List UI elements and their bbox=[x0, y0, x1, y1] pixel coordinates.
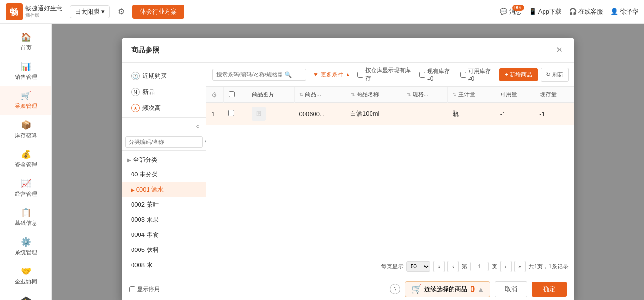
toolbar-actions: + 新增商品 ↻ 刷新 bbox=[499, 68, 569, 82]
app-download-nav[interactable]: 📱 App下载 bbox=[529, 8, 561, 16]
th-unit[interactable]: ⇅ 主计量 bbox=[448, 87, 495, 103]
page-prev-button[interactable]: ‹ bbox=[447, 261, 459, 272]
confirm-button[interactable]: 确定 bbox=[532, 282, 567, 297]
sidebar-item-guide[interactable]: 🎓 新手引导 bbox=[0, 291, 51, 300]
search-icon[interactable]: 🔍 bbox=[284, 71, 292, 78]
sidebar-item-purchase[interactable]: 🛒 采购管理 bbox=[0, 86, 51, 115]
continuous-selection[interactable]: 🛒 连续选择的商品 0 ▲ bbox=[405, 281, 490, 297]
sidebar-item-system[interactable]: ⚙️ 系统管理 bbox=[0, 232, 51, 261]
footer-right: ? 🛒 连续选择的商品 0 ▲ 取消 确定 bbox=[390, 281, 567, 297]
add-product-button[interactable]: + 新增商品 bbox=[499, 68, 538, 81]
help-button[interactable]: ? bbox=[390, 284, 400, 294]
sidebar-item-operation[interactable]: 📈 经营管理 bbox=[0, 174, 51, 203]
sidebar-item-finance[interactable]: 💰 资金管理 bbox=[0, 144, 51, 174]
table-row[interactable]: 1 图 000600... 白酒100ml bbox=[206, 103, 574, 125]
th-spec[interactable]: ⇅ 规格... bbox=[402, 87, 448, 103]
recent-purchase-item[interactable]: 🕐 近期购买 bbox=[125, 68, 202, 83]
checkbox-warehouse-stock[interactable]: 按仓库显示现有库存 bbox=[357, 67, 413, 83]
category-item-0001[interactable]: ▶ 0001 酒水 bbox=[122, 182, 206, 197]
th-settings[interactable]: ⚙ bbox=[206, 87, 223, 103]
high-freq-item[interactable]: ★ 频次高 bbox=[125, 100, 202, 116]
product-search-input[interactable] bbox=[216, 71, 282, 78]
category-search-input[interactable] bbox=[125, 136, 203, 148]
cell-spec bbox=[402, 103, 448, 125]
page-first-button[interactable]: « bbox=[433, 261, 445, 272]
total-info: 共1页，1条记录 bbox=[528, 263, 569, 271]
chevron-up-icon[interactable]: ▲ bbox=[478, 285, 484, 293]
cell-index: 1 bbox=[206, 103, 223, 125]
table-header-row: ⚙ 商品图片 ⇅ 商品... bbox=[206, 87, 574, 103]
category-item-0008[interactable]: 0008 水 bbox=[122, 258, 206, 273]
sort-icon: ⇅ bbox=[299, 92, 303, 97]
more-filter-button[interactable]: ▼ 更多条件 ▲ bbox=[310, 69, 354, 81]
finance-icon: 💰 bbox=[21, 149, 31, 159]
gear-icon[interactable]: ⚙ bbox=[114, 4, 129, 19]
checkbox-nonzero-stock[interactable]: 现有库存≠0 bbox=[419, 67, 454, 82]
modal-body: 🕐 近期购买 N 新品 ★ 频次高 bbox=[122, 63, 574, 276]
sort-icon: ⇅ bbox=[453, 92, 456, 97]
cell-name: 白酒100ml bbox=[346, 103, 402, 125]
messages-nav[interactable]: 💬 消息 99+ bbox=[500, 8, 521, 16]
star-icon: ★ bbox=[131, 104, 140, 112]
logo-icon: 畅 bbox=[6, 3, 23, 20]
page-last-button[interactable]: » bbox=[514, 261, 526, 272]
exp-btn[interactable]: 体验行业方案 bbox=[132, 5, 184, 19]
sidebar-item-sales[interactable]: 📊 销售管理 bbox=[0, 57, 51, 86]
th-stock[interactable]: 现存量 bbox=[535, 87, 574, 103]
checkbox-available-nonzero[interactable]: 可用库存≠0 bbox=[460, 67, 495, 82]
sidebar-item-enterprise[interactable]: 🤝 企业协同 bbox=[0, 261, 51, 291]
th-code[interactable]: ⇅ 商品... bbox=[295, 87, 346, 103]
category-item-0010[interactable]: 0010 家电 bbox=[122, 273, 206, 276]
user-avatar[interactable]: 👤 徐泽华 bbox=[611, 8, 638, 16]
inventory-icon: 📦 bbox=[21, 120, 31, 130]
sort-icon: ⇅ bbox=[407, 92, 411, 97]
sidebar-item-basic-info[interactable]: 📋 基础信息 bbox=[0, 203, 51, 232]
online-service-nav[interactable]: 🎧 在线客服 bbox=[569, 8, 603, 16]
product-table: ⚙ 商品图片 ⇅ 商品... bbox=[206, 87, 574, 125]
product-image: 图 bbox=[252, 107, 266, 121]
system-icon: ⚙️ bbox=[21, 237, 31, 247]
sort-icon: ⇅ bbox=[351, 92, 355, 97]
cell-code: 000600... bbox=[295, 103, 346, 125]
sidebar-item-inventory[interactable]: 📦 库存核算 bbox=[0, 115, 51, 144]
main-layout: 🏠 首页 📊 销售管理 🛒 采购管理 📦 库存核算 💰 资金管理 📈 经营管理 … bbox=[0, 24, 644, 300]
category-item-00[interactable]: 00 未分类 bbox=[122, 167, 206, 182]
cell-checkbox[interactable] bbox=[223, 103, 247, 125]
cart-count: 0 bbox=[470, 284, 475, 294]
refresh-button[interactable]: ↻ 刷新 bbox=[541, 68, 569, 82]
cell-image: 图 bbox=[247, 103, 295, 125]
modal-toolbar: 🔍 ▼ 更多条件 ▲ 按仓库显示现有库存 bbox=[206, 63, 574, 87]
settings-icon[interactable]: ⚙ bbox=[211, 91, 217, 99]
th-name[interactable]: ⇅ 商品名称 bbox=[346, 87, 402, 103]
modal-close-button[interactable]: ✕ bbox=[553, 44, 565, 56]
chevron-up-icon: ▲ bbox=[345, 71, 351, 78]
page-number-input[interactable] bbox=[470, 262, 489, 271]
modal-footer: 显示停用 ? 🛒 连续选择的商品 0 ▲ 取消 确定 bbox=[122, 276, 574, 300]
all-categories-header[interactable]: ▶ 全部分类 bbox=[122, 153, 206, 167]
category-item-0004[interactable]: 0004 零食 bbox=[122, 227, 206, 242]
th-available[interactable]: 可用量 bbox=[495, 87, 535, 103]
operation-icon: 📈 bbox=[21, 178, 31, 189]
select-all-checkbox[interactable] bbox=[229, 91, 235, 97]
category-item-0005[interactable]: 0005 饮料 bbox=[122, 242, 206, 258]
logo-text: 畅捷通好生意 插件版 bbox=[25, 5, 62, 19]
show-disabled-checkbox[interactable]: 显示停用 bbox=[129, 285, 160, 293]
category-item-0003[interactable]: 0003 水果 bbox=[122, 212, 206, 227]
product-search-box[interactable]: 🔍 bbox=[212, 69, 306, 81]
sidebar: 🏠 首页 📊 销售管理 🛒 采购管理 📦 库存核算 💰 资金管理 📈 经营管理 … bbox=[0, 24, 52, 300]
sidebar-item-home[interactable]: 🏠 首页 bbox=[0, 27, 51, 57]
modal-title: 商品参照 bbox=[131, 46, 159, 55]
page-next-button[interactable]: › bbox=[500, 261, 512, 272]
recent-icon: 🕐 bbox=[131, 72, 140, 80]
store-selector[interactable]: 日太阳膜 ▾ bbox=[70, 5, 110, 18]
nav-right: 💬 消息 99+ 📱 App下载 🎧 在线客服 👤 徐泽华 bbox=[500, 8, 638, 16]
pagination: 每页显示 50 20 100 « ‹ 第 页 › bbox=[206, 257, 574, 276]
cancel-button[interactable]: 取消 bbox=[495, 281, 527, 297]
per-page-select[interactable]: 50 20 100 bbox=[406, 261, 430, 272]
category-item-0002[interactable]: 0002 茶叶 bbox=[122, 197, 206, 212]
product-table-container: ⚙ 商品图片 ⇅ 商品... bbox=[206, 87, 574, 257]
collapse-button[interactable]: « bbox=[193, 122, 202, 131]
new-items-item[interactable]: N 新品 bbox=[125, 84, 202, 100]
purchase-icon: 🛒 bbox=[21, 91, 31, 101]
refresh-icon: ↻ bbox=[546, 71, 551, 78]
